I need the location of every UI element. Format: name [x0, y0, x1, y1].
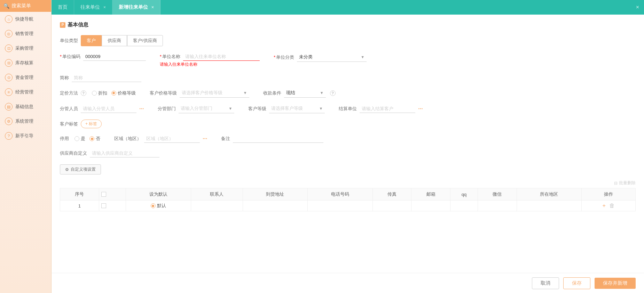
tag-field: 客户标签 + 标签: [60, 120, 102, 128]
unit-name-field-col: *单位名称 请输入往来单位名称: [160, 52, 260, 67]
sidebar-item-quick-nav[interactable]: ⌂ 快捷导航: [0, 12, 51, 26]
type-btn-customer[interactable]: 客户: [81, 35, 102, 46]
radio-discount[interactable]: 折扣: [92, 90, 107, 96]
settlement-unit-input[interactable]: [360, 105, 415, 113]
type-btn-supplier[interactable]: 供应商: [102, 35, 127, 46]
sidebar-item-guide[interactable]: ? 新手引导: [0, 129, 51, 143]
radio-no[interactable]: 否: [89, 136, 100, 142]
business-icon: ≡: [5, 88, 13, 96]
content-area: P 基本信息 单位类型 客户 供应商 客户/供应商 *单: [52, 15, 644, 293]
inventory-icon: ⊟: [5, 59, 13, 67]
tab-partner-list-close[interactable]: ×: [103, 5, 106, 10]
dept-label: 分管部门: [158, 106, 176, 112]
custom-settings-button[interactable]: ⚙ 自定义项设置: [60, 164, 101, 174]
sidebar-item-fund[interactable]: ⊙ 资金管理: [0, 70, 51, 85]
row-pricing: 定价方法 ? 折扣 价格等级: [60, 88, 636, 98]
radio-yes[interactable]: 是: [74, 136, 85, 142]
fund-icon: ⊙: [5, 74, 13, 81]
search-icon: 🔍: [3, 3, 9, 9]
tab-new-partner-close[interactable]: ×: [151, 5, 154, 10]
radio-yes-outer: [74, 136, 79, 141]
short-name-label: 简称: [60, 75, 69, 81]
sidebar-item-inventory[interactable]: ⊟ 库存核算: [0, 56, 51, 70]
sidebar-item-system[interactable]: ⚙ 系统管理: [0, 114, 51, 129]
pricing-radio-group: 折扣 价格等级: [92, 90, 136, 96]
unit-category-select[interactable]: 未分类 ▼: [297, 52, 367, 62]
tab-new-partner-label: 新增往来单位: [119, 4, 148, 10]
tab-new-partner[interactable]: 新增往来单位 ×: [112, 0, 160, 15]
guide-icon: ?: [5, 132, 13, 140]
supplier-custom-input[interactable]: [90, 149, 159, 157]
row-default-radio[interactable]: 默认: [128, 203, 188, 209]
tag-label: 客户标签: [60, 121, 78, 127]
unit-name-input[interactable]: [183, 52, 260, 61]
row-actions: + 🗑: [582, 201, 636, 211]
customer-level-select[interactable]: 请选择客户等级 ▼: [269, 104, 325, 113]
payment-terms-value: 现结: [286, 90, 319, 96]
batch-delete-btn[interactable]: ⊟ 批量删除: [614, 180, 636, 186]
search-menu-label: 搜索菜单: [11, 3, 31, 9]
pricing-help-icon[interactable]: ?: [81, 90, 86, 96]
radio-price-level-outer: [111, 91, 116, 96]
sidebar-item-sales[interactable]: ◎ 销售管理: [0, 26, 51, 41]
row-del-btn[interactable]: 🗑: [609, 203, 615, 209]
main-area: 首页 往来单位 × 新增往来单位 × × P 基本信息 单位类型 客户 供应商: [52, 0, 644, 293]
sidebar-item-business[interactable]: ≡ 经营管理: [0, 85, 51, 99]
radio-no-inner: [91, 138, 93, 140]
row-disabled: 停用 是 否 区: [60, 135, 636, 143]
select-all-checkbox[interactable]: [101, 192, 106, 197]
table-head: 序号 设为默认 联系人 到货地址 电话号码 传真 邮箱 qq 微信 所在地区 操…: [60, 188, 636, 201]
row-fax: [372, 201, 411, 211]
sidebar-item-basic[interactable]: ▤ 基础信息: [0, 99, 51, 114]
sidebar-label-quick-nav: 快捷导航: [15, 16, 33, 22]
unit-code-input[interactable]: [83, 52, 146, 61]
radio-yes-label: 是: [81, 136, 85, 142]
payment-terms-help-icon[interactable]: ?: [330, 90, 336, 96]
unit-name-field: *单位名称: [160, 52, 260, 61]
basic-icon: ▤: [5, 103, 13, 111]
tab-bar-close-btn[interactable]: ×: [636, 4, 639, 10]
disabled-radio-group: 是 否: [74, 136, 100, 142]
save-button[interactable]: 保存: [563, 277, 590, 289]
sidebar-item-purchase[interactable]: ⊡ 采购管理: [0, 41, 51, 56]
row-qq: [450, 201, 478, 211]
section-title-text: 基本信息: [68, 22, 88, 28]
dept-select[interactable]: 请输入分管部门 ▼: [179, 104, 234, 113]
unit-type-label: 单位类型: [60, 38, 78, 44]
region-field: 区域（地区） ···: [114, 135, 207, 143]
row-default: 默认: [126, 201, 191, 211]
manager-input[interactable]: [81, 105, 136, 113]
payment-terms-select[interactable]: 现结 ▼: [284, 88, 326, 98]
save-new-button[interactable]: 保存并新增: [595, 278, 636, 289]
add-tag-button[interactable]: + 标签: [81, 120, 102, 128]
region-input[interactable]: [144, 135, 200, 143]
col-checkbox: [99, 188, 126, 201]
row-checkbox[interactable]: [101, 203, 106, 208]
dept-field: 分管部门 请输入分管部门 ▼: [158, 104, 234, 113]
tab-partner-list[interactable]: 往来单位 ×: [74, 0, 112, 15]
cancel-button[interactable]: 取消: [532, 277, 559, 289]
tab-home[interactable]: 首页: [52, 0, 74, 15]
search-menu[interactable]: 🔍 搜索菜单: [0, 0, 51, 12]
settlement-unit-more[interactable]: ···: [418, 106, 423, 112]
unit-category-value: 未分类: [299, 54, 359, 60]
region-more[interactable]: ···: [203, 136, 207, 142]
remark-input[interactable]: [233, 135, 323, 143]
row-short-name: 简称: [60, 74, 636, 82]
unit-code-field: *单位编码: [60, 52, 146, 61]
radio-price-level-label: 价格等级: [118, 90, 136, 96]
short-name-field: 简称: [60, 74, 141, 82]
row-add-btn[interactable]: +: [603, 203, 606, 209]
short-name-input[interactable]: [72, 74, 141, 82]
custom-settings-wrapper: ⚙ 自定义项设置: [60, 164, 636, 174]
radio-price-level[interactable]: 价格等级: [111, 90, 136, 96]
cust-price-level-placeholder: 请选择客户价格等级: [182, 90, 242, 96]
cust-price-level-select[interactable]: 请选择客户价格等级 ▼: [180, 88, 249, 98]
row-supplier-custom: 供应商自定义: [60, 149, 636, 157]
unit-category-label: *单位分类: [274, 54, 294, 60]
col-default: 设为默认: [126, 188, 191, 201]
sidebar-label-system: 系统管理: [15, 118, 33, 124]
manager-more[interactable]: ···: [139, 106, 144, 112]
type-btn-both[interactable]: 客户/供应商: [127, 35, 163, 46]
row-address: [243, 201, 307, 211]
